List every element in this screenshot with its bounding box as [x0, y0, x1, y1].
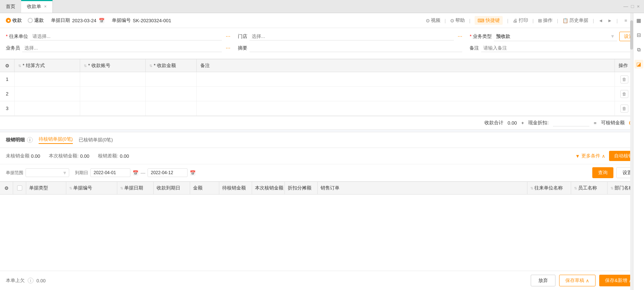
- store-more-icon[interactable]: ···: [458, 33, 462, 40]
- business-type-dropdown-icon[interactable]: ▼: [610, 34, 615, 39]
- bth-date: ⇅ 单据日期: [117, 182, 154, 194]
- this-time-stat: 本次核销金额: 0.00: [49, 153, 89, 159]
- video-btn[interactable]: ⊙ 视频: [426, 17, 440, 24]
- minimize-icon[interactable]: —: [624, 4, 628, 9]
- bth-order: 销售订单: [318, 182, 527, 194]
- operation-btn[interactable]: ⊞ 操作: [538, 17, 553, 24]
- this-time-label: 本次核销金额:: [49, 153, 79, 159]
- scrollbar-area[interactable]: [630, 13, 633, 290]
- sidebar-icon-3[interactable]: ⧉: [635, 45, 643, 54]
- table-row: 2 🗑 ⧉: [0, 87, 644, 101]
- diff-label: 核销差额:: [98, 153, 118, 159]
- sort-icon-amount: ⇅: [149, 64, 152, 68]
- due-start-input[interactable]: [90, 168, 130, 177]
- more-conditions-label: 更多条件: [581, 153, 600, 159]
- counterparty-more-icon[interactable]: ···: [225, 33, 230, 40]
- abandon-button[interactable]: 放弃: [531, 275, 555, 286]
- remark-field: 备注: [470, 44, 638, 52]
- summary-input[interactable]: [250, 44, 463, 52]
- td-row1-account[interactable]: [80, 72, 146, 86]
- bth-check[interactable]: [13, 182, 26, 194]
- salesperson-more-icon[interactable]: ···: [225, 45, 230, 51]
- more-conditions-btn[interactable]: ▼ 更多条件 ∧: [575, 153, 605, 159]
- tab-home[interactable]: 首页: [0, 0, 21, 13]
- td-row3-amount[interactable]: [146, 101, 197, 115]
- query-button[interactable]: 查询: [592, 167, 613, 178]
- print-btn[interactable]: 🖨 打印: [513, 17, 528, 24]
- form-toolbar: 收款 退款 单据日期 2023-03-24 📅 单据编号 SK-20230324…: [0, 13, 644, 28]
- row3-delete-btn[interactable]: 🗑: [620, 105, 628, 113]
- td-row1-note[interactable]: [197, 72, 615, 86]
- tab-current-label: 收款单: [27, 3, 41, 10]
- sidebar-icon-1[interactable]: ▦: [635, 16, 643, 25]
- range-select[interactable]: [25, 168, 69, 177]
- salesperson-input[interactable]: [22, 44, 222, 52]
- tab-close-icon[interactable]: ×: [44, 4, 47, 9]
- counterparty-input[interactable]: [30, 32, 222, 40]
- calendar-icon[interactable]: 📅: [99, 18, 105, 23]
- help-btn[interactable]: ⊙ 帮助: [450, 17, 465, 24]
- th-account: ⇅ * 收款账号: [80, 59, 146, 72]
- shortcut-btn[interactable]: ⌨ 快捷键: [475, 16, 503, 25]
- bth-type: 单据类型: [26, 182, 66, 194]
- radio-receive[interactable]: 收款: [6, 17, 22, 24]
- filter-icon: ▼: [575, 153, 580, 159]
- td-row3-settle[interactable]: [15, 101, 80, 115]
- radio-receive-label: 收款: [12, 17, 22, 24]
- prev-icon[interactable]: ◄: [598, 18, 603, 23]
- video-label: 视频: [431, 17, 440, 24]
- sidebar-icon-4[interactable]: ◪: [635, 60, 643, 68]
- history-btn[interactable]: 📋 历史单据: [562, 17, 588, 24]
- sidebar-icon-2[interactable]: ⊟: [635, 31, 643, 39]
- td-row3-note[interactable]: [197, 101, 615, 115]
- bth-date-label: 单据日期: [124, 185, 143, 191]
- th-settle: ⇅ * 结算方式: [15, 59, 80, 72]
- header-checkbox[interactable]: [17, 185, 22, 191]
- next-icon[interactable]: ►: [608, 18, 612, 23]
- store-input[interactable]: [250, 32, 454, 40]
- row2-delete-btn[interactable]: 🗑: [620, 90, 628, 98]
- due-filter: 到期日 📅 — 📅: [75, 168, 196, 177]
- footer-info-icon[interactable]: i: [28, 278, 34, 283]
- sort-icon-account: ⇅: [84, 64, 87, 68]
- due-end-input[interactable]: [148, 168, 188, 177]
- uncancelled-label: 未核销金额: [6, 153, 30, 159]
- range-filter: 单据范围 ▼: [6, 168, 69, 177]
- calendar-end-icon[interactable]: 📅: [190, 170, 196, 176]
- bth-settings[interactable]: ⚙: [0, 182, 13, 194]
- td-row2-amount[interactable]: [146, 87, 197, 101]
- list-view-icon[interactable]: ≡: [622, 17, 629, 24]
- td-row2-settle[interactable]: [15, 87, 80, 101]
- close-window-icon[interactable]: ×: [637, 4, 640, 9]
- done-tab[interactable]: 已核销单据(0笔): [79, 137, 113, 143]
- td-row2-note[interactable]: [197, 87, 615, 101]
- td-row3-num: 3: [0, 101, 15, 115]
- diff-value: 0.00: [120, 153, 129, 159]
- salesperson-field: 业务员 ···: [6, 44, 231, 52]
- scrollbar-thumb[interactable]: [630, 20, 633, 50]
- radio-refund[interactable]: 退款: [28, 17, 44, 24]
- td-row2-account[interactable]: [80, 87, 146, 101]
- th-amount-label: * 收款金额: [154, 62, 176, 69]
- maximize-icon[interactable]: □: [631, 4, 634, 9]
- form-row-2: 业务员 ··· 摘要 备注: [6, 44, 638, 52]
- uncancelled-stat: 未核销金额 0.00: [6, 153, 40, 159]
- discount-input[interactable]: [553, 119, 589, 126]
- td-row3-account[interactable]: [80, 101, 146, 115]
- form-fields: 往来单位 ··· 门店 ··· 业务类型 预收款 ▼ 设置 业务员: [0, 28, 644, 59]
- row1-delete-btn[interactable]: 🗑: [620, 75, 628, 83]
- tab-current[interactable]: 收款单 ×: [21, 0, 53, 13]
- th-settings[interactable]: ⚙: [0, 59, 15, 72]
- bth-discount-label: 折扣分摊额: [288, 185, 311, 191]
- pending-tab[interactable]: 待核销单据(0笔): [39, 136, 73, 144]
- calendar-start-icon[interactable]: 📅: [133, 170, 138, 176]
- sort-staff-icon: ⇅: [574, 186, 577, 190]
- draft-button[interactable]: 保存草稿 ∧: [559, 275, 596, 286]
- remark-input[interactable]: [481, 44, 638, 52]
- sort-number-icon: ⇅: [69, 186, 72, 190]
- total-value: 0.00: [508, 120, 517, 126]
- help-label: 帮助: [455, 17, 465, 24]
- td-row1-settle[interactable]: [15, 72, 80, 86]
- verify-info-icon[interactable]: i: [27, 137, 33, 143]
- td-row1-amount[interactable]: [146, 72, 197, 86]
